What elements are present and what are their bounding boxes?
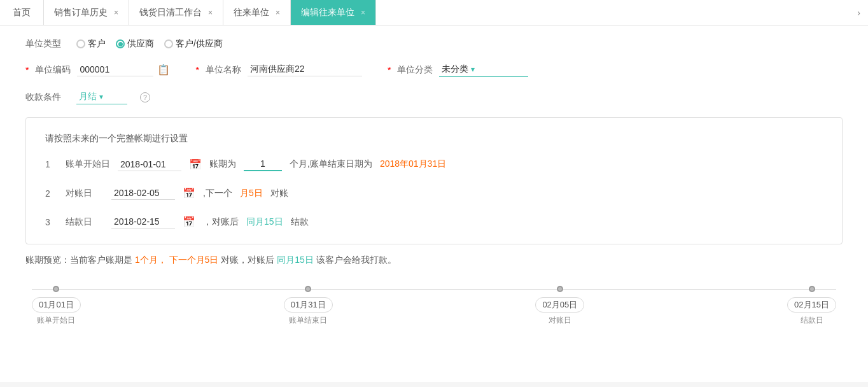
period-settings-box: 请按照未来的一个完整帐期进行设置 1 账单开始日 📅 账期为 个月,账单结束日期…: [25, 117, 843, 244]
unit-code-group: * 单位编码 📋: [25, 63, 170, 76]
period-row-3-label: 结款日: [66, 216, 104, 228]
period-end-date: 2018年01月31日: [380, 158, 446, 170]
timeline-desc-1: 账单结束日: [289, 315, 327, 326]
preview-suffix: 该客户会给我打款。: [316, 255, 396, 265]
period-row-3-cal-icon[interactable]: 📅: [183, 216, 195, 228]
payment-terms-value: 月结: [79, 91, 97, 102]
tab-cash-workbench[interactable]: 钱货日清工作台 ×: [129, 0, 223, 25]
period-row-2-num: 2: [45, 188, 58, 199]
timeline-points: 01月01日 账单开始日 01月31日 账单结束日 02月05日 对账日: [32, 281, 836, 326]
tab-more-button[interactable]: ›: [850, 0, 868, 25]
unit-name-group: * 单位名称: [195, 63, 361, 76]
period-row-2-label: 对账日: [66, 188, 104, 199]
period-row-2: 2 对账日 📅 ,下一个 月5日 对账: [45, 186, 823, 200]
unit-category-value: 未分类: [442, 64, 468, 75]
unit-details-row: * 单位编码 📋 * 单位名称 * 单位分类 未分类 ▾: [25, 62, 843, 77]
unit-category-group: * 单位分类 未分类 ▾: [388, 62, 528, 77]
period-row-3-suffix-pre: ，对账后: [203, 216, 239, 228]
main-content: 单位类型 客户 供应商 客户/供应商 * 单位编码 📋 * 单位名称: [0, 25, 868, 382]
tab-home[interactable]: 首页: [0, 0, 44, 25]
timeline-desc-3: 结款日: [801, 315, 823, 326]
period-row-3-suffix-post: 结款: [291, 216, 309, 228]
period-row-3-date[interactable]: [111, 215, 175, 229]
tab-close-partner-units[interactable]: ×: [276, 8, 280, 17]
radio-supplier[interactable]: 供应商: [116, 38, 154, 50]
unit-category-label: 单位分类: [397, 64, 433, 76]
preview-part4: 同月15日: [277, 255, 314, 265]
chevron-down-icon: ▾: [471, 65, 475, 74]
timeline-date-2: 02月05日: [535, 297, 584, 313]
radio-circle-supplier: [116, 39, 125, 48]
unit-category-dropdown[interactable]: 未分类 ▾: [439, 62, 528, 77]
radio-circle-customer-supplier: [164, 39, 173, 48]
help-icon[interactable]: ?: [140, 92, 150, 102]
timeline-dot-1: [305, 286, 311, 292]
unit-code-input[interactable]: [77, 63, 153, 76]
period-row-2-highlight: 月5日: [240, 188, 263, 199]
period-row-2-suffix-pre: ,下一个: [203, 188, 232, 199]
period-row-1-suffix-pre: 个月,账单结束日期为: [290, 158, 372, 170]
timeline-dot-0: [53, 286, 59, 292]
tab-edit-partner[interactable]: 编辑往来单位 ×: [291, 0, 376, 25]
period-month-input[interactable]: [244, 157, 282, 171]
preview-text: 账期预览：当前客户账期是 1个月， 下一个月5日 对账，对账后 同月15日 该客…: [25, 255, 843, 266]
period-row-3: 3 结款日 📅 ，对账后 同月15日 结款: [45, 215, 823, 229]
period-row-2-suffix-post: 对账: [270, 188, 288, 199]
period-row-3-num: 3: [45, 217, 58, 227]
radio-circle-customer: [76, 39, 85, 48]
preview-part3: 对账，对账后: [221, 255, 274, 265]
payment-terms-chevron-icon: ▾: [99, 92, 103, 101]
unit-type-row: 单位类型 客户 供应商 客户/供应商: [25, 38, 843, 50]
chevron-right-icon: ›: [857, 8, 860, 18]
unit-type-radio-group: 客户 供应商 客户/供应商: [76, 38, 223, 50]
tab-close-sales-history[interactable]: ×: [114, 8, 118, 17]
unit-type-label: 单位类型: [25, 38, 61, 50]
payment-terms-label: 收款条件: [25, 92, 61, 103]
tab-close-cash-workbench[interactable]: ×: [208, 8, 213, 17]
payment-terms-row: 收款条件 月结 ▾ ?: [25, 90, 843, 104]
tab-close-edit-partner[interactable]: ×: [361, 8, 365, 17]
timeline-date-3: 02月15日: [787, 297, 836, 313]
timeline-dot-2: [557, 286, 563, 292]
unit-name-input[interactable]: [248, 63, 362, 76]
unit-code-label: 单位编码: [35, 64, 71, 76]
unit-code-required: *: [25, 65, 29, 75]
period-row-1-prefix: 账期为: [209, 158, 236, 170]
period-row-2-date[interactable]: [111, 186, 175, 200]
period-row-1-cal-icon[interactable]: 📅: [189, 158, 202, 171]
timeline-label-3: 02月15日 结款日: [787, 297, 836, 326]
unit-name-label: 单位名称: [206, 64, 241, 76]
radio-customer[interactable]: 客户: [76, 38, 106, 50]
tabs-bar: 首页 销售订单历史 × 钱货日清工作台 × 往来单位 × 编辑往来单位 × ›: [0, 0, 868, 25]
timeline-dot-3: [809, 286, 815, 292]
period-row-1-num: 1: [45, 159, 58, 169]
period-row-1-label: 账单开始日: [66, 158, 110, 170]
timeline-date-0: 01月01日: [32, 297, 81, 313]
payment-terms-dropdown[interactable]: 月结 ▾: [76, 90, 127, 104]
unit-name-required: *: [195, 65, 199, 75]
period-row-3-highlight: 同月15日: [246, 216, 283, 228]
timeline-desc-0: 账单开始日: [37, 315, 75, 326]
copy-icon[interactable]: 📋: [157, 64, 170, 76]
unit-category-required: *: [388, 65, 391, 75]
timeline-label-2: 02月05日 对账日: [535, 297, 584, 326]
radio-customer-supplier[interactable]: 客户/供应商: [164, 38, 223, 50]
timeline-label-0: 01月01日 账单开始日: [32, 297, 81, 326]
timeline-desc-2: 对账日: [549, 315, 571, 326]
timeline-label-1: 01月31日 账单结束日: [284, 297, 333, 326]
period-title: 请按照未来的一个完整帐期进行设置: [45, 133, 823, 144]
tab-partner-units[interactable]: 往来单位 ×: [223, 0, 291, 25]
timeline-date-1: 01月31日: [284, 297, 333, 313]
period-row-2-cal-icon[interactable]: 📅: [183, 187, 195, 199]
period-row-1-date[interactable]: [118, 158, 181, 171]
tab-sales-history[interactable]: 销售订单历史 ×: [44, 0, 129, 25]
preview-part1: 1个月，: [135, 255, 167, 265]
period-row-1: 1 账单开始日 📅 账期为 个月,账单结束日期为 2018年01月31日: [45, 157, 823, 171]
preview-part2: 下一个月5日: [169, 255, 219, 265]
timeline: 01月01日 账单开始日 01月31日 账单结束日 02月05日 对账日: [32, 281, 836, 326]
